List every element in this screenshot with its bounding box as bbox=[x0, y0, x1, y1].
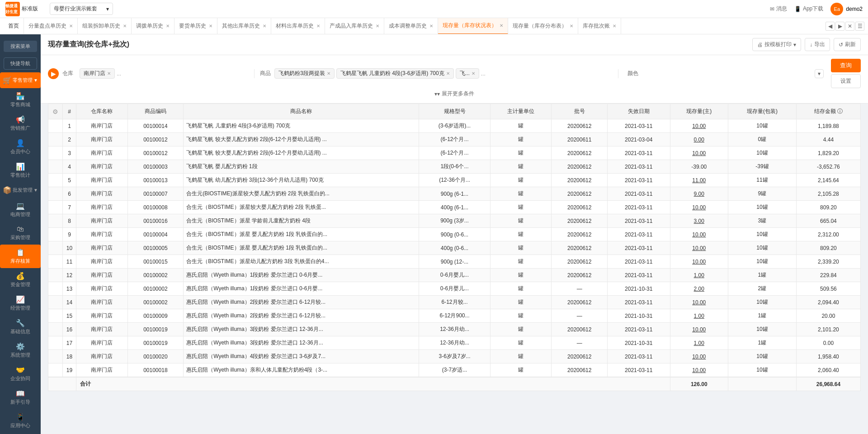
industry-selector[interactable]: 母婴行业演示账套 ▾ bbox=[50, 3, 113, 15]
row-qty-0[interactable]: 10.00 bbox=[670, 119, 728, 133]
user-area[interactable]: Ea demo2 bbox=[830, 3, 863, 15]
col-settings[interactable]: ⚙ bbox=[48, 104, 63, 119]
tab-close-other-out[interactable]: ✕ bbox=[263, 24, 266, 28]
export-btn[interactable]: ↓ 导出 bbox=[805, 38, 830, 51]
tab-close-stock-dist[interactable]: ✕ bbox=[570, 24, 573, 28]
tab-stock-dist[interactable]: 现存量（库存分布表） ✕ bbox=[508, 18, 578, 34]
row-qty-1[interactable]: 0.00 bbox=[670, 133, 728, 146]
tab-query[interactable]: 调拨单历史 ✕ bbox=[132, 18, 175, 34]
product-tag-2[interactable]: 飞鹤星飞帆 儿童奶粉 4段(3-6岁适用) 700克 ✕ bbox=[336, 68, 454, 79]
tab-close-current-btn[interactable]: ✕ bbox=[845, 22, 854, 31]
row-qty-5[interactable]: 9.00 bbox=[670, 187, 728, 201]
sidebar-item-retail-shop[interactable]: 🏪 零售商城 bbox=[0, 88, 41, 112]
sidebar-item-ecommerce[interactable]: 💻 电商管理 bbox=[0, 198, 41, 222]
sidebar-item-retail[interactable]: 🛒 零售管理 ▼ bbox=[0, 72, 41, 88]
row-qty-11[interactable]: 1.00 bbox=[670, 269, 728, 282]
tab-close-cost-adjust[interactable]: ✕ bbox=[429, 24, 433, 28]
message-btn[interactable]: ✉ 消息 bbox=[770, 5, 787, 13]
sidebar-item-basics[interactable]: 🔧 基础信息 bbox=[0, 315, 41, 339]
product-tag-3[interactable]: 飞... ✕ bbox=[456, 68, 479, 79]
sidebar-item-wholesale[interactable]: 📦 批发管理 ▼ bbox=[0, 182, 41, 198]
warehouse-tag-1[interactable]: 南岸门店 ✕ bbox=[80, 68, 115, 79]
row-qty-6[interactable]: 10.00 bbox=[670, 201, 728, 214]
row-qty-7[interactable]: 3.00 bbox=[670, 214, 728, 228]
warehouse-tag-close-1[interactable]: ✕ bbox=[107, 71, 111, 76]
row-qty-4[interactable]: 11.00 bbox=[670, 174, 728, 187]
tab-material-out[interactable]: 材料出库单历史 ✕ bbox=[271, 18, 325, 34]
row-pkg-1: 0罐 bbox=[728, 133, 797, 146]
product-tag-close-3[interactable]: ✕ bbox=[472, 71, 475, 76]
warehouse-more[interactable]: ... bbox=[117, 71, 121, 77]
row-qty-18[interactable]: 10.00 bbox=[670, 363, 728, 377]
sidebar-item-purchase[interactable]: 🛍 采购管理 bbox=[0, 222, 41, 245]
tab-close-batch-ledger[interactable]: ✕ bbox=[613, 24, 616, 28]
search-menu-btn[interactable]: 搜索菜单 bbox=[4, 41, 37, 52]
tab-cost-adjust[interactable]: 成本调整单历史 ✕ bbox=[384, 18, 438, 34]
print-btn[interactable]: 🖨 按模板打印 ▾ bbox=[752, 38, 801, 51]
tab-prev-btn[interactable]: ◀ bbox=[826, 22, 835, 31]
sidebar-item-member[interactable]: 👤 会员中心 bbox=[0, 135, 41, 159]
sidebar-item-enterprise[interactable]: 🤝 企业协同 bbox=[0, 362, 41, 386]
row-qty-10[interactable]: 10.00 bbox=[670, 255, 728, 269]
sidebar-item-system[interactable]: ⚙️ 系统管理 bbox=[0, 339, 41, 362]
page-title: 现存量查询(按仓库+批次) bbox=[48, 40, 129, 49]
refresh-btn[interactable]: ↺ 刷新 bbox=[834, 38, 861, 51]
product-tag-close-2[interactable]: ✕ bbox=[446, 71, 450, 76]
tab-close-disassemble[interactable]: ✕ bbox=[123, 24, 127, 28]
sidebar-item-retail-stats[interactable]: 📊 零售统计 bbox=[0, 159, 41, 182]
product-tag-close-1[interactable]: ✕ bbox=[327, 71, 330, 76]
summary-row: 合计 126.00 26,968.64 bbox=[48, 377, 861, 391]
row-qty-17[interactable]: 10.00 bbox=[670, 350, 728, 363]
tab-split[interactable]: 分量盘点单历史 ✕ bbox=[24, 18, 78, 34]
sidebar-item-newguide[interactable]: 📖 新手引导 bbox=[0, 386, 41, 409]
query-btn[interactable]: 查询 bbox=[831, 59, 861, 72]
tab-require[interactable]: 要货单历史 ✕ bbox=[175, 18, 217, 34]
row-unit-3: 罐 bbox=[490, 160, 552, 174]
sidebar-item-finance[interactable]: 💰 资金管理 bbox=[0, 268, 41, 292]
tab-close-product-in[interactable]: ✕ bbox=[376, 24, 379, 28]
settings-col-icon[interactable]: ⚙ bbox=[52, 108, 58, 115]
product-tag-1[interactable]: 飞鹤奶粉3段两提装 ✕ bbox=[274, 68, 335, 79]
row-qty-2[interactable]: 10.00 bbox=[670, 146, 728, 160]
row-qty-15[interactable]: 10.00 bbox=[670, 323, 728, 336]
row-qty-14[interactable]: 1.00 bbox=[670, 309, 728, 323]
tab-menu-btn[interactable]: ☰ bbox=[855, 22, 864, 31]
row-qty-16[interactable]: 1.00 bbox=[670, 336, 728, 350]
row-num-7: 8 bbox=[63, 214, 76, 228]
settings-btn[interactable]: 设置 bbox=[831, 74, 861, 88]
tab-disassemble[interactable]: 组装拆卸单历史 ✕ bbox=[78, 18, 132, 34]
row-warehouse-5: 南岸门店 bbox=[76, 187, 128, 201]
table-container: ⚙ # 仓库名称 商品编码 商品名称 规格型号 主计量单位 批号 失效日期 现存… bbox=[41, 104, 868, 434]
color-dropdown-btn[interactable]: ▾ bbox=[815, 69, 824, 78]
row-qty-8[interactable]: 10.00 bbox=[670, 228, 728, 241]
product-more[interactable]: ... bbox=[481, 71, 486, 77]
tab-batch-ledger[interactable]: 库存批次账 ✕ bbox=[578, 18, 621, 34]
row-qty-13[interactable]: 10.00 bbox=[670, 296, 728, 309]
quick-nav-btn[interactable]: 快捷导航 bbox=[4, 57, 37, 70]
tab-stock-status[interactable]: 现存量（库存状况表） ✕ bbox=[438, 18, 508, 34]
tab-close-split[interactable]: ✕ bbox=[69, 24, 73, 28]
sidebar-item-stock[interactable]: 📋 库存核算 bbox=[0, 245, 41, 268]
expand-conditions-btn[interactable]: ▾▾ 展开更多条件 bbox=[434, 90, 474, 98]
tab-close-material-out[interactable]: ✕ bbox=[316, 24, 320, 28]
row-warehouse-2: 南岸门店 bbox=[76, 146, 128, 160]
sidebar-item-appcenter[interactable]: 📱 应用中心 bbox=[0, 409, 41, 433]
row-qty-3[interactable]: -39.00 bbox=[670, 160, 728, 174]
row-qty-12[interactable]: 2.00 bbox=[670, 282, 728, 296]
table-row: 14 南岸门店 00100002 惠氏启陪（Wyeth illuma）2段奶粉 … bbox=[48, 296, 861, 309]
tab-close-stock-status[interactable]: ✕ bbox=[500, 23, 503, 28]
tab-close-query[interactable]: ✕ bbox=[166, 24, 170, 28]
download-btn[interactable]: 📱 App下载 bbox=[794, 5, 823, 13]
table-row: 9 南岸门店 00100004 合生元（BIOSTIME）派星 婴儿配方奶粉 1… bbox=[48, 228, 861, 241]
tab-home[interactable]: 首页 bbox=[4, 18, 24, 34]
tab-other-out[interactable]: 其他出库单历史 ✕ bbox=[217, 18, 271, 34]
sidebar-item-operations[interactable]: 📈 经营管理 bbox=[0, 292, 41, 315]
tab-product-in[interactable]: 产成品入库单历史 ✕ bbox=[325, 18, 384, 34]
row-qty-9[interactable]: 10.00 bbox=[670, 241, 728, 255]
tab-next-btn[interactable]: ▶ bbox=[835, 22, 844, 31]
message-icon: ✉ bbox=[770, 6, 774, 12]
filter-toggle-btn[interactable]: ▶ bbox=[48, 68, 59, 79]
tab-close-require[interactable]: ✕ bbox=[209, 24, 212, 28]
sidebar-item-marketing[interactable]: 📢 营销推广 bbox=[0, 112, 41, 135]
row-amount-8: 2,312.00 bbox=[796, 228, 860, 241]
